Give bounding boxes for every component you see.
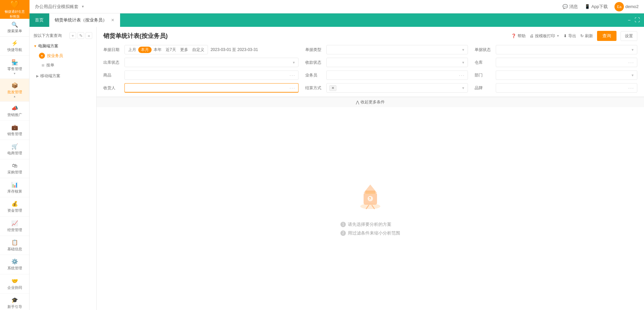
add-scheme-btn[interactable]: + bbox=[69, 32, 76, 39]
svg-text:?: ? bbox=[369, 197, 371, 201]
base-info-label: 基础信息 bbox=[7, 247, 22, 251]
tab-home[interactable]: 首页 bbox=[30, 13, 49, 27]
sidebar-item-base-info[interactable]: 📋 基础信息 bbox=[0, 236, 29, 255]
sidebar-item-purchase[interactable]: 🛍 采购管理 bbox=[0, 159, 29, 178]
page-title: 销货单统计表(按业务员) bbox=[103, 32, 168, 40]
app-download-btn[interactable]: 📱 App下载 bbox=[585, 4, 608, 10]
tab-close-btn[interactable]: ✕ bbox=[111, 18, 114, 22]
doc-status-input[interactable]: ▼ bbox=[496, 45, 637, 54]
retail-icon: 🏪 bbox=[11, 59, 18, 65]
mobile-group-label: 移动端方案 bbox=[40, 73, 60, 79]
payment-status-input[interactable]: ▼ bbox=[326, 58, 468, 67]
payment-status-label: 收款状态 bbox=[305, 60, 324, 65]
edit-scheme-btn[interactable]: ✎ bbox=[77, 32, 84, 39]
payment-method-label: 结算方式 bbox=[305, 85, 324, 91]
doc-type-input[interactable]: ▼ bbox=[326, 45, 468, 54]
workspace-selector[interactable]: 办公用品行业模拟账套 ▼ bbox=[35, 4, 85, 10]
date-btn-last-month[interactable]: 上月 bbox=[126, 47, 138, 53]
tab-maximize-btn[interactable]: ⛶ bbox=[635, 17, 640, 23]
collapse-bar[interactable]: ⋀ 收起更多条件 bbox=[97, 97, 644, 107]
payment-method-tag[interactable]: ✕ bbox=[329, 85, 336, 91]
message-icon: 💬 bbox=[562, 4, 568, 9]
inventory-icon: 📊 bbox=[11, 182, 18, 188]
retail-arrow: ▼ bbox=[13, 72, 16, 75]
filter-row-4: 收货人 ··· 结算方式 ✕ bbox=[103, 83, 637, 93]
doc-status-filter-item: 单据状态 ▼ bbox=[475, 45, 637, 54]
sidebar-item-ecommerce[interactable]: 🛒 电商管理 bbox=[0, 140, 29, 159]
salesman-input[interactable]: ··· bbox=[326, 70, 468, 80]
page-header: 销货单统计表(按业务员) ❓ 帮助 🖨 按模板打印 ▼ ⬇ bbox=[97, 27, 644, 97]
sidebar-item-enterprise[interactable]: 🤝 企业协同 bbox=[0, 274, 29, 294]
collapse-panel-btn[interactable]: « bbox=[86, 32, 92, 39]
doc-type-label: 单据类型 bbox=[305, 47, 324, 53]
print-icon: 🖨 bbox=[530, 34, 534, 38]
settings-btn[interactable]: 设置 bbox=[621, 31, 637, 41]
search-menu[interactable]: 🔍 搜索菜单 bbox=[0, 19, 29, 37]
tip-num-1: 1 bbox=[340, 222, 346, 227]
out-status-input[interactable]: ▼ bbox=[124, 58, 299, 67]
help-label: 帮助 bbox=[518, 33, 526, 39]
sidebar-item-system[interactable]: ⚙️ 系统管理 bbox=[0, 255, 29, 274]
content-area: 按以下方案查询 + ✎ « ▼ 电脑端方案 ● 按业务员 ⊞ 按单 bbox=[30, 27, 644, 310]
logo-subtitle: 标账版 bbox=[10, 14, 20, 19]
goods-input[interactable]: ··· bbox=[124, 70, 299, 80]
sidebar-item-retail[interactable]: 🏪 零售管理 ▼ bbox=[0, 56, 29, 79]
date-btn-this-month[interactable]: 本月 bbox=[138, 47, 152, 53]
sidebar: 🧡 畅捷通好生意 标账版 🔍 搜索菜单 ⚡ 快捷导航 🏪 零售管理 ▼ 📦 批发… bbox=[0, 0, 30, 310]
export-btn[interactable]: ⬇ 导出 bbox=[564, 33, 576, 39]
user-profile[interactable]: Ea demo2 bbox=[614, 2, 639, 11]
refresh-btn[interactable]: ↻ 刷新 bbox=[580, 33, 593, 39]
pc-scheme-group: ▼ 电脑端方案 ● 按业务员 ⊞ 按单 bbox=[30, 42, 96, 70]
warehouse-input[interactable]: ··· bbox=[496, 58, 637, 67]
collapse-icon: ⋀ bbox=[356, 100, 359, 105]
scheme-by-salesman[interactable]: ● 按业务员 bbox=[30, 51, 96, 61]
quick-nav[interactable]: ⚡ 快捷导航 bbox=[0, 37, 29, 56]
query-btn[interactable]: 查询 bbox=[597, 31, 616, 41]
workspace-name: 办公用品行业模拟账套 bbox=[35, 4, 78, 10]
app-logo: 🧡 畅捷通好生意 标账版 bbox=[0, 0, 30, 19]
sales-icon: 💼 bbox=[11, 124, 18, 131]
scheme-by-order[interactable]: ⊞ 按单 bbox=[30, 61, 96, 70]
tab-sales-stat[interactable]: 销货单统计表（按业务员） ✕ bbox=[49, 13, 120, 27]
payment-method-input[interactable]: ✕ ▼ bbox=[326, 83, 468, 93]
mobile-scheme-group[interactable]: ▶ 移动端方案 bbox=[30, 71, 96, 81]
workspace-dropdown-arrow: ▼ bbox=[81, 5, 85, 8]
receiver-input[interactable]: ··· bbox=[124, 83, 299, 93]
tab-bar: 首页 销货单统计表（按业务员） ✕ － ⛶ bbox=[30, 13, 644, 27]
salesman-label: 业务员 bbox=[305, 72, 324, 78]
sidebar-item-marketing[interactable]: 📣 营销推广 bbox=[0, 102, 29, 121]
ecommerce-label: 电商管理 bbox=[7, 151, 22, 155]
newbie-label: 新手引导 bbox=[7, 304, 22, 309]
payment-method-arrow: ▼ bbox=[462, 86, 465, 90]
department-input[interactable]: ▼ bbox=[496, 70, 637, 80]
print-btn[interactable]: 🖨 按模板打印 ▼ bbox=[530, 33, 559, 39]
scheme-by-salesman-label: 按业务员 bbox=[47, 53, 63, 59]
sidebar-item-newbie[interactable]: 🎓 新手引导 bbox=[0, 294, 29, 310]
filter-row-2: 出库状态 ▼ 收款状态 ▼ bbox=[103, 58, 637, 67]
app-download-icon: 📱 bbox=[585, 4, 590, 9]
inventory-label: 库存核算 bbox=[7, 189, 22, 194]
sidebar-item-wholesale[interactable]: 📦 批发管理 ▲ bbox=[0, 79, 29, 102]
sidebar-item-sales[interactable]: 💼 销售管理 bbox=[0, 121, 29, 140]
date-btn-custom[interactable]: 自定义 bbox=[190, 47, 206, 53]
brand-filter-item: 品牌 ··· bbox=[475, 83, 637, 93]
date-btn-7days[interactable]: 近7天 bbox=[164, 47, 178, 53]
avatar: Ea bbox=[614, 2, 624, 11]
sidebar-item-operations[interactable]: 📈 经营管理 bbox=[0, 217, 29, 236]
brand-input[interactable]: ··· bbox=[496, 83, 637, 93]
help-btn[interactable]: ❓ 帮助 bbox=[511, 33, 526, 39]
date-btn-more[interactable]: 更多 bbox=[178, 47, 190, 53]
sidebar-item-inventory[interactable]: 📊 库存核算 bbox=[0, 178, 29, 197]
newbie-icon: 🎓 bbox=[11, 297, 18, 303]
pc-scheme-group-header[interactable]: ▼ 电脑端方案 bbox=[30, 42, 96, 51]
receiver-label: 收货人 bbox=[103, 85, 122, 91]
message-btn[interactable]: 💬 消息 bbox=[562, 4, 578, 10]
doc-type-filter-item: 单据类型 ▼ bbox=[305, 45, 468, 54]
sub-icon: ⊞ bbox=[42, 63, 44, 67]
wholesale-icon: 📦 bbox=[11, 82, 18, 89]
date-btn-this-year[interactable]: 本年 bbox=[152, 47, 164, 53]
header-right: 💬 消息 📱 App下载 Ea demo2 bbox=[562, 2, 639, 11]
sidebar-item-finance[interactable]: 💰 资金管理 bbox=[0, 197, 29, 216]
tab-minimize-btn[interactable]: － bbox=[627, 17, 632, 24]
system-icon: ⚙️ bbox=[11, 258, 18, 265]
